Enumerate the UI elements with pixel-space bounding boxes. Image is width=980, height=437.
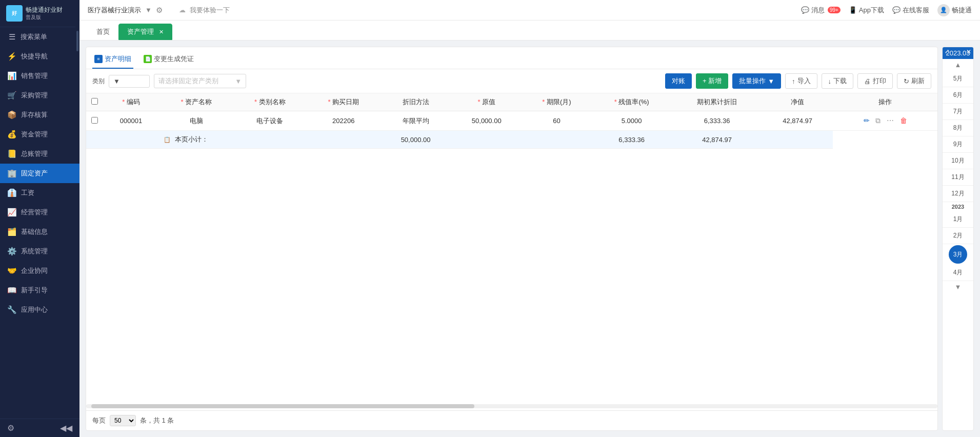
sub-tab-voucher[interactable]: 📄 变更生成凭证 [142,51,196,69]
calendar-month-9-prev[interactable]: 9月 [943,136,973,153]
refresh-icon: ↻ [904,77,909,85]
app-download-button[interactable]: 📱 App下载 [849,6,884,15]
row-checkbox[interactable] [91,117,98,124]
row-checkbox-cell [86,111,103,131]
sidebar-item-inventory[interactable]: 📦 库存核算 [0,105,79,125]
table-header-row: 编码 资产名称 类别名称 购买日期 折旧方法 原值 期限(月) 残值率(%) 期… [86,93,937,111]
sidebar-item-search[interactable]: ☰ 搜索菜单 [0,27,79,47]
calendar-month-8-prev[interactable]: 8月 [943,120,973,136]
sidebar-logo-text: 畅捷通好业财 普及版 [26,6,63,22]
calendar-month-7-prev[interactable]: 7月 [943,104,973,120]
quicknav-icon: ⚡ [7,52,17,61]
category-select[interactable]: ▼ [109,75,150,88]
download-button[interactable]: ↓ 下载 [822,73,854,89]
tab-asset-management[interactable]: 资产管理 ✕ [118,24,172,40]
sub-tab-asset-detail[interactable]: ≡ 资产明细 [92,51,133,69]
account-button[interactable]: 对账 [665,73,692,89]
tab-home[interactable]: 首页 [88,24,118,40]
subtotal-period [451,131,522,149]
service-icon: 💬 [892,6,901,14]
calendar-month-11-prev[interactable]: 11月 [943,169,973,186]
table-body: 000001 电脑 电子设备 202206 年限平均 50,000.00 60 … [86,111,937,149]
toolbar-left: 类别 ▼ 请选择固定资产类别 ▼ [92,74,246,88]
sidebar-bottom: ⚙ ◀◀ [0,419,79,437]
page-size-select[interactable]: 50 10 20 100 [110,415,136,426]
company-dropdown-icon[interactable]: ▼ [145,6,152,14]
message-icon: 💬 [801,6,809,14]
row-code: 000001 [103,111,159,131]
header-right: 💬 消息 99+ 📱 App下载 💬 在线客服 👤 畅捷通 [801,4,972,16]
asset-table: 编码 资产名称 类别名称 购买日期 折旧方法 原值 期限(月) 残值率(%) 期… [86,93,937,149]
expand-icon[interactable]: ⤢ [945,48,949,55]
sidebar-item-purchase[interactable]: 🛒 采购管理 [0,86,79,105]
sales-icon: 📊 [7,71,17,81]
calendar-month-4[interactable]: 4月 [943,265,973,281]
app-download-icon: 📱 [849,6,857,14]
close-icon[interactable]: ✕ [966,48,971,55]
calendar-month-10-prev[interactable]: 10月 [943,153,973,169]
calendar-nav-down[interactable]: ▼ [943,281,973,293]
feedback-button[interactable]: 我要体验一下 [190,6,230,15]
sidebar-item-quicknav[interactable]: ⚡ 快捷导航 [0,47,79,66]
sidebar-item-guide[interactable]: 📖 新手引导 [0,281,79,300]
sidebar-item-salary[interactable]: 👔 工资 [0,183,79,203]
app-center-icon: 🔧 [7,305,17,314]
copy-button[interactable]: ⧉ [873,115,883,126]
sidebar-item-finance[interactable]: 💰 资金管理 [0,125,79,144]
sidebar-item-app-center[interactable]: 🔧 应用中心 [0,300,79,320]
content-area: ≡ 资产明细 📄 变更生成凭证 类别 ▼ 请选择固定资产类别 ▼ [79,41,980,437]
sidebar-item-sales[interactable]: 📊 销售管理 [0,66,79,86]
refresh-button[interactable]: ↻ 刷新 [897,73,931,89]
subtotal-residual [522,131,591,149]
guide-icon: 📖 [7,286,17,295]
user-area[interactable]: 👤 畅捷通 [937,4,972,16]
new-button[interactable]: + 新增 [696,73,728,89]
select-all-checkbox[interactable] [91,98,98,105]
sidebar-item-ledger[interactable]: 📒 总账管理 [0,144,79,164]
company-settings-icon[interactable]: ⚙ [156,6,163,15]
header-initial-depreciation: 期初累计折旧 [672,93,762,111]
settings-icon[interactable]: ⚙ [7,423,14,433]
more-button[interactable]: ⋯ [885,115,896,126]
calendar-month-1[interactable]: 1月 [943,211,973,228]
row-residual-rate: 5.0000 [591,111,672,131]
calendar-month-2[interactable]: 2月 [943,228,973,244]
header-checkbox-cell [86,93,103,111]
header-code: 编码 [103,93,159,111]
inventory-icon: 📦 [7,110,17,120]
edit-button[interactable]: ✏ [862,115,872,126]
calendar-month-5-prev[interactable]: 5月 [943,71,973,87]
sidebar-item-management[interactable]: 📈 经营管理 [0,203,79,222]
calendar-month-6-prev[interactable]: 6月 [943,87,973,104]
online-service-button[interactable]: 💬 在线客服 [892,6,929,15]
tab-close-icon[interactable]: ✕ [159,29,164,35]
category-placeholder[interactable]: 请选择固定资产类别 ▼ [154,74,246,88]
print-button[interactable]: 🖨 打印 [857,73,893,89]
calendar-month-3-active[interactable]: 3月 [949,245,967,264]
table-row: 000001 电脑 电子设备 202206 年限平均 50,000.00 60 … [86,111,937,131]
message-button[interactable]: 💬 消息 99+ [801,6,841,15]
filter-label: 类别 [92,77,105,86]
horizontal-scrollbar[interactable] [86,404,937,408]
delete-button[interactable]: 🗑 [898,115,909,126]
row-category: 电子设备 [233,111,307,131]
company-name: 医疗器械行业演示 [88,6,141,15]
calendar-nav-up[interactable]: ▲ [943,59,973,71]
import-button[interactable]: ↑ 导入 [785,73,817,89]
sidebar-item-system[interactable]: ⚙️ 系统管理 [0,242,79,261]
sidebar-scroll: ☰ 搜索菜单 ⚡ 快捷导航 📊 销售管理 🛒 采购管理 📦 库存核算 💰 资金管… [0,27,79,419]
ledger-icon: 📒 [7,149,17,158]
sidebar-item-fixed-assets[interactable]: 🏢 固定资产 [0,164,79,183]
collapse-icon[interactable]: ◀◀ [60,423,72,433]
calendar-month-12-prev[interactable]: 12月 [943,186,973,202]
total-label: 条，共 1 条 [140,416,174,425]
table-container: 编码 资产名称 类别名称 购买日期 折旧方法 原值 期限(月) 残值率(%) 期… [86,93,937,404]
header-operations: 操作 [833,93,937,111]
sidebar-item-cooperation[interactable]: 🤝 企业协同 [0,261,79,281]
calendar-months: ▲ 5月 6月 7月 8月 9月 10月 11月 12月 2023 1月 2月 … [943,59,973,430]
cooperation-icon: 🤝 [7,266,17,275]
batch-button[interactable]: 批量操作 ▼ [732,73,781,89]
system-icon: ⚙️ [7,247,17,256]
sidebar-item-basic-info[interactable]: 🗂️ 基础信息 [0,222,79,242]
header-depreciation-method: 折旧方法 [380,93,451,111]
